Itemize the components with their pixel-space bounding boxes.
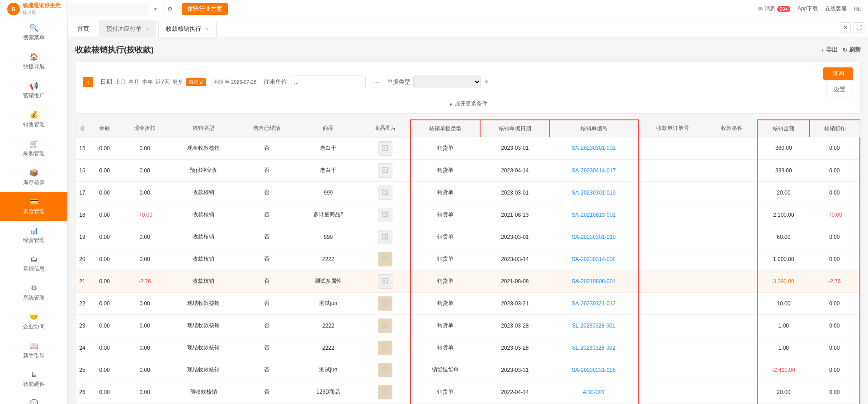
sidebar-item-quick-nav[interactable]: 🏠 快捷导航: [0, 47, 67, 76]
sidebar-item-label: 新手引导: [23, 352, 45, 360]
bill-report-link[interactable]: SA-20230301-010: [571, 234, 615, 240]
sidebar-item-hardware[interactable]: 🖥 智能硬件: [0, 365, 67, 394]
td-payment-terms: [707, 381, 757, 403]
bill-report-link[interactable]: ABC-001: [583, 389, 605, 395]
date-link-last-month[interactable]: 上月: [115, 78, 126, 86]
bill-type-select[interactable]: [413, 76, 481, 88]
wechat-icon: 💬: [29, 399, 38, 404]
td-cancel-type: 现结收款核销: [170, 314, 238, 337]
td-cancel-type: 预收款核销: [170, 381, 238, 403]
td-cash-discount: 0.00: [120, 226, 169, 248]
sidebar-item-finance[interactable]: 💳 资金管理: [0, 192, 67, 221]
sidebar-item-basic[interactable]: 🗂 基础信息: [0, 250, 67, 278]
td-product: 2222: [296, 248, 360, 270]
td-cash-discount: 0.00: [120, 381, 169, 403]
sidebar-item-wechat[interactable]: 💬 企业微信: [0, 394, 67, 404]
table-row: 15 0.00 0.00 现金收款核销 否 老白干 🖼 销货单 2023-03-…: [75, 137, 860, 159]
sidebar-item-search-menu[interactable]: 🔍 搜索菜单: [0, 18, 67, 47]
td-cancel-discount: 0.00: [810, 137, 860, 159]
date-link-this-month[interactable]: 本月: [128, 78, 139, 86]
tab-collection-label: 收款核销执行: [166, 25, 201, 33]
date-link-this-year[interactable]: 本年: [142, 78, 153, 86]
th-settings: ⚙: [75, 120, 89, 137]
product-image: 🖼: [378, 163, 392, 178]
sidebar-item-inventory[interactable]: 📦 库存核算: [0, 163, 67, 192]
column-settings-icon[interactable]: ⚙: [80, 125, 85, 132]
bill-report-link[interactable]: SA-20210813-001: [571, 212, 615, 218]
td-bill-report-date: 2021-08-08: [480, 270, 550, 292]
td-include-settled: 否: [237, 159, 296, 181]
bill-report-link[interactable]: SL-20230328-002: [572, 345, 615, 351]
product-image: 🖼: [378, 274, 392, 289]
td-product-img: 🖼: [360, 137, 410, 159]
sidebar-item-marketing[interactable]: 📢 营销推广: [0, 76, 67, 105]
business-icon: 📊: [29, 226, 38, 235]
refresh-button[interactable]: ↻ 刷新: [842, 46, 861, 54]
product-image: 🖼: [378, 230, 392, 244]
td-collection-order-no: [638, 159, 707, 181]
message-area[interactable]: ✉ 消息 99+: [758, 5, 790, 13]
tab-close-button[interactable]: ✕: [840, 22, 851, 33]
refresh-icon: ↻: [842, 47, 847, 53]
tab-collection[interactable]: 收款核销执行 ×: [158, 21, 216, 37]
solution-button[interactable]: 体验行业方案: [182, 3, 228, 15]
filter-partner: 往来单位: [264, 76, 366, 88]
sidebar-item-guide[interactable]: 📖 新手引导: [0, 336, 67, 365]
gear-button[interactable]: ⚙: [164, 3, 176, 15]
tab-home[interactable]: 首页: [70, 20, 97, 37]
bill-report-link[interactable]: SL-20230328-001: [572, 323, 615, 329]
main-table: ⚙ 余额 现金折扣 核销类型 包含已结清 商品 商品图片 核销单据类型 核销单据…: [75, 119, 860, 404]
app-download[interactable]: App下载: [797, 5, 818, 13]
page-content: 收款核销执行(按收款) ↑ 导出 ↻ 刷新 »: [68, 37, 868, 404]
sidebar-item-purchase[interactable]: 🛒 采购管理: [0, 134, 67, 163]
date-link-more[interactable]: 更多: [172, 78, 183, 86]
bill-report-link[interactable]: SA-20230331-026: [571, 367, 615, 373]
table-row: 24 0.00 0.00 现结收款核销 否 2222 🖼 销货单 2023-03…: [75, 337, 860, 359]
td-bill-report-type: 销货单: [410, 292, 480, 314]
cooperation-icon: 🤝: [29, 313, 38, 321]
td-bill-report-no: SA-20230301-010: [550, 181, 638, 204]
finance-icon: 💳: [29, 197, 38, 206]
tab-prepay-close[interactable]: ×: [146, 26, 149, 32]
date-link-7days[interactable]: 近7天: [156, 78, 170, 86]
bill-report-link[interactable]: SA-20230414-017: [571, 167, 615, 174]
bill-report-link[interactable]: SA-20230301-001: [571, 145, 615, 151]
th-collection-order-no: 收款单订单号: [638, 120, 707, 137]
td-row-no: 19: [75, 226, 89, 248]
search-input[interactable]: [66, 3, 147, 15]
date-link-custom[interactable]: 自定义: [186, 78, 206, 86]
sidebar-item-business[interactable]: 📊 经营管理: [0, 221, 67, 250]
td-include-settled: 否: [237, 137, 296, 159]
bill-report-link[interactable]: SA-20230314-008: [571, 256, 615, 262]
td-bill-report-date: 2022-04-14: [480, 381, 550, 403]
td-product: 2222: [296, 314, 360, 337]
bill-report-link[interactable]: SA-20230321-012: [571, 300, 615, 307]
partner-input[interactable]: [290, 76, 366, 88]
td-collection-order-no: [638, 137, 707, 159]
filter-bill-type: 单据类型 ▼: [387, 76, 489, 88]
expand-more-conditions[interactable]: ∨ 展开更多条件: [83, 100, 853, 108]
td-bill-report-no: SA-20230321-012: [550, 292, 638, 314]
expand-left-btn[interactable]: »: [83, 77, 93, 87]
td-collection-order-no: [638, 204, 707, 226]
td-collection-order-no: [638, 270, 707, 292]
td-remainder: 0.00: [89, 248, 120, 270]
sidebar-item-sales[interactable]: 💰 销售管理: [0, 105, 67, 134]
td-product: 2222: [296, 337, 360, 359]
sidebar-item-cooperation[interactable]: 🤝 企业协同: [0, 307, 67, 336]
tab-prepay[interactable]: 预付冲应付单 ×: [99, 20, 156, 37]
page-title: 收款核销执行(按收款): [75, 44, 154, 55]
export-button[interactable]: ↑ 导出: [821, 46, 838, 54]
bill-report-link[interactable]: SA-20210808-001: [571, 278, 615, 285]
settings-button[interactable]: 设置: [826, 83, 853, 96]
tab-collection-close[interactable]: ×: [206, 26, 208, 32]
th-cancel-amount: 核销金额: [757, 120, 810, 137]
tab-fullscreen-button[interactable]: ⛶: [854, 22, 864, 33]
inventory-icon: 📦: [29, 168, 38, 177]
sidebar-item-system[interactable]: ⚙ 系统管理: [0, 278, 67, 307]
query-button[interactable]: 查询: [823, 67, 853, 80]
dropdown-arrow-icon: ▼: [484, 79, 489, 85]
bill-report-link[interactable]: SA-20230301-010: [571, 190, 615, 196]
online-service[interactable]: 在线客服: [825, 5, 847, 13]
marketing-icon: 📢: [29, 81, 38, 90]
